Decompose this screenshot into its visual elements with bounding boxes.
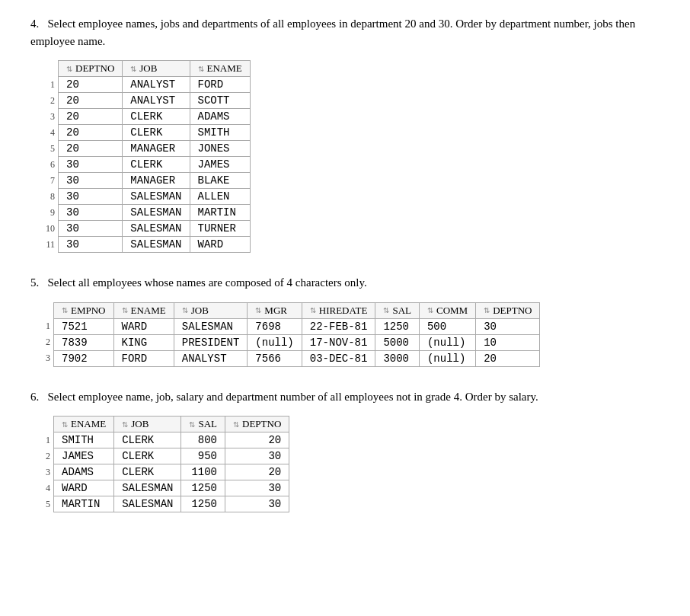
cell-job: CLERK	[123, 157, 190, 173]
cell-job: PRESIDENT	[174, 334, 248, 350]
table-row: 6 30 CLERK JAMES	[38, 157, 250, 173]
sort-icon-sal6: ⇅	[189, 420, 195, 429]
cell-ename: ALLEN	[190, 189, 250, 205]
col-sal[interactable]: ⇅SAL	[375, 302, 420, 318]
cell-sal: 5000	[375, 334, 420, 350]
cell-deptno: 20	[59, 77, 123, 93]
cell-comm: 500	[419, 318, 475, 334]
table-row: 3 7902 FORD ANALYST 7566 03-DEC-81 3000 …	[38, 350, 540, 366]
cell-deptno: 30	[59, 173, 123, 189]
cell-job: ANALYST	[123, 77, 190, 93]
cell-deptno: 30	[476, 318, 540, 334]
table-row: 2 7839 KING PRESIDENT (null) 17-NOV-81 5…	[38, 334, 540, 350]
table-row: 8 30 SALESMAN ALLEN	[38, 189, 250, 205]
cell-job: SALESMAN	[123, 221, 190, 237]
table-row: 1 SMITH CLERK 800 20	[38, 432, 289, 448]
cell-ename: BLAKE	[190, 173, 250, 189]
cell-job: CLERK	[123, 109, 190, 125]
question-4-number: 4.	[30, 18, 39, 30]
cell-deptno: 30	[225, 496, 289, 512]
question-4: 4. Select employee names, jobs and depar…	[30, 15, 660, 253]
row-number: 10	[38, 221, 59, 237]
cell-ename: WARD	[113, 318, 174, 334]
col-sal6[interactable]: ⇅SAL	[181, 417, 225, 432]
table-row: 10 30 SALESMAN TURNER	[38, 221, 250, 237]
cell-comm: (null)	[419, 334, 475, 350]
row-number: 4	[38, 480, 54, 496]
col-empno[interactable]: ⇅EMPNO	[54, 302, 114, 318]
cell-ename: MARTIN	[190, 205, 250, 221]
cell-deptno: 20	[59, 125, 123, 141]
col-comm[interactable]: ⇅COMM	[419, 302, 475, 318]
row-number: 3	[38, 464, 54, 480]
sort-icon-job5: ⇅	[182, 306, 188, 314]
cell-ename: FORD	[190, 77, 250, 93]
cell-deptno: 30	[225, 448, 289, 464]
cell-hiredate: 17-NOV-81	[302, 334, 375, 350]
cell-job: SALESMAN	[123, 205, 190, 221]
row-number: 1	[38, 318, 54, 334]
cell-deptno: 20	[59, 93, 123, 109]
cell-ename: TURNER	[190, 221, 250, 237]
col-job[interactable]: ⇅ JOB	[123, 61, 190, 77]
sort-icon-sal: ⇅	[383, 306, 389, 314]
col-ename[interactable]: ⇅ ENAME	[190, 61, 250, 77]
table-row: 1 20 ANALYST FORD	[38, 77, 250, 93]
row-number: 8	[38, 189, 59, 205]
cell-deptno: 10	[476, 334, 540, 350]
table-row: 3 ADAMS CLERK 1100 20	[38, 464, 289, 480]
cell-comm: (null)	[419, 350, 475, 366]
row-number: 3	[38, 109, 59, 125]
col-job5[interactable]: ⇅JOB	[174, 302, 248, 318]
col-mgr[interactable]: ⇅MGR	[248, 302, 302, 318]
cell-empno: 7839	[54, 334, 114, 350]
cell-empno: 7521	[54, 318, 114, 334]
col-ename5[interactable]: ⇅ENAME	[113, 302, 174, 318]
row-number: 6	[38, 157, 59, 173]
col-deptno6[interactable]: ⇅DEPTNO	[225, 417, 289, 432]
cell-sal: 3000	[375, 350, 420, 366]
cell-empno: 7902	[54, 350, 114, 366]
sort-icon-empno: ⇅	[62, 306, 68, 314]
cell-sal: 950	[181, 448, 225, 464]
cell-ename: SCOTT	[190, 93, 250, 109]
cell-job: SALESMAN	[123, 237, 190, 253]
cell-sal: 1250	[181, 480, 225, 496]
table-row: 5 20 MANAGER JONES	[38, 141, 250, 157]
cell-mgr: 7566	[248, 350, 302, 366]
cell-job: SALESMAN	[114, 480, 181, 496]
cell-deptno: 20	[476, 350, 540, 366]
cell-job: MANAGER	[123, 141, 190, 157]
question-6-number: 6.	[30, 391, 39, 403]
table-row: 7 30 MANAGER BLAKE	[38, 173, 250, 189]
cell-job: ANALYST	[123, 93, 190, 109]
col-deptno[interactable]: ⇅ DEPTNO	[59, 61, 123, 77]
cell-mgr: 7698	[248, 318, 302, 334]
cell-ename: FORD	[113, 350, 174, 366]
col-job6[interactable]: ⇅JOB	[114, 417, 181, 432]
sort-icon-ename5: ⇅	[122, 306, 128, 314]
row-number: 1	[38, 432, 54, 448]
cell-ename: ADAMS	[54, 464, 114, 480]
sort-icon-ename6: ⇅	[62, 420, 68, 429]
col-hiredate[interactable]: ⇅HIREDATE	[302, 302, 375, 318]
table-q4: ⇅ DEPTNO ⇅ JOB ⇅ ENAME	[38, 60, 251, 253]
row-number: 1	[38, 77, 59, 93]
sort-icon-deptno: ⇅	[66, 65, 72, 73]
cell-sal: 1250	[181, 496, 225, 512]
col-deptno5[interactable]: ⇅DEPTNO	[476, 302, 540, 318]
row-number: 5	[38, 141, 59, 157]
cell-deptno: 20	[59, 141, 123, 157]
cell-job: CLERK	[114, 464, 181, 480]
question-6-body: Select employee name, job, salary and de…	[48, 391, 538, 403]
row-number: 11	[38, 237, 59, 253]
sort-icon-deptno6: ⇅	[233, 420, 239, 429]
question-4-body: Select employee names, jobs and departme…	[30, 18, 635, 47]
question-6: 6. Select employee name, job, salary and…	[30, 388, 660, 513]
cell-deptno: 30	[59, 205, 123, 221]
cell-job: MANAGER	[123, 173, 190, 189]
col-ename6[interactable]: ⇅ENAME	[54, 417, 114, 432]
cell-deptno: 30	[59, 221, 123, 237]
table-q6: ⇅ENAME ⇅JOB ⇅SAL ⇅DEPTNO 1 SMITH CLERK 8…	[38, 416, 289, 512]
question-5-number: 5.	[30, 276, 39, 289]
